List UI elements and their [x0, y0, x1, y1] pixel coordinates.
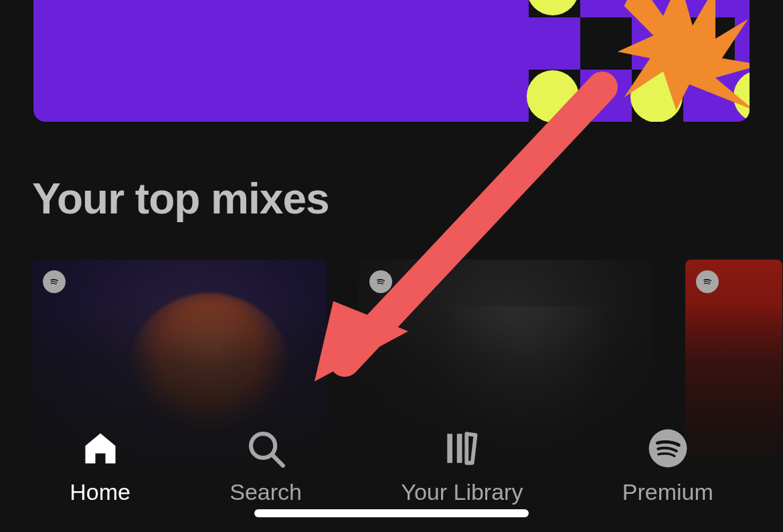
search-icon — [244, 427, 287, 470]
spotify-logo-icon — [369, 270, 392, 293]
svg-rect-6 — [448, 434, 453, 463]
spotify-icon — [646, 427, 689, 470]
svg-rect-7 — [457, 434, 462, 463]
library-icon — [440, 427, 483, 470]
burst-graphic — [616, 0, 750, 110]
spotify-logo-icon — [43, 270, 66, 293]
nav-home[interactable]: Home — [70, 427, 130, 505]
nav-premium[interactable]: Premium — [622, 427, 713, 505]
svg-marker-0 — [618, 0, 750, 110]
nav-label: Premium — [622, 479, 713, 505]
section-title-top-mixes: Your top mixes — [32, 174, 329, 224]
nav-library[interactable]: Your Library — [401, 427, 523, 505]
bottom-nav: Home Search Your Library Premium — [0, 427, 783, 505]
nav-label: Search — [230, 479, 302, 505]
nav-label: Home — [70, 479, 130, 505]
home-icon — [79, 427, 122, 470]
spotify-logo-icon — [696, 270, 719, 293]
home-indicator[interactable] — [254, 509, 529, 517]
nav-label: Your Library — [401, 479, 523, 505]
nav-search[interactable]: Search — [230, 427, 302, 505]
svg-line-5 — [272, 455, 283, 466]
promo-banner[interactable] — [33, 0, 750, 122]
